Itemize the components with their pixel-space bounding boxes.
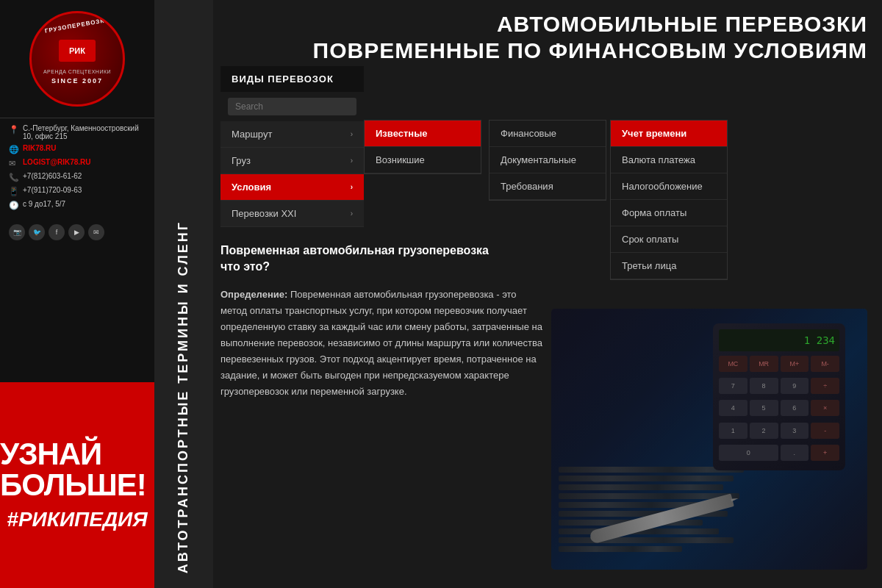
content-body: Определение: Повременная автомобильная г… [220,287,544,401]
calc-btn-1: 1 [719,423,747,439]
logo-brand: РИК [69,46,85,55]
calc-btn-dot: . [781,445,809,461]
dropdown-item-valyuta[interactable]: Валюта платежа [611,147,727,173]
nav-arrow-marshrut: › [351,130,353,138]
search-input[interactable] [228,98,356,115]
calc-visual: 1 234 MC MR M+ M- 7 8 9 ÷ 4 5 6 × 1 2 3 … [551,309,867,570]
calc-btn-9: 9 [781,378,809,394]
mail-social-icon[interactable]: ✉ [88,224,104,240]
calc-btn-add: + [811,445,839,461]
header-title: АВТОМОБИЛЬНЫЕ ПЕРЕВОЗКИ ПОВРЕМЕННЫЕ ПО Ф… [313,11,867,64]
nav-arrow-usloviya: › [351,183,353,191]
dropdown-label-voznikshe: Возникшие [376,154,425,165]
content-heading: Повременная автомобильная грузоперевозка… [220,243,544,276]
dropdown-item-voznikshe[interactable]: Возникшие [365,147,481,173]
dropdown-label-srok: Срок оплаты [622,234,678,245]
dropdown-label-tretyi: Третьи лица [622,260,676,271]
vertical-text-column: АВТОТРАНСПОРТНЫЕ ТЕРМИНЫ И СЛЕНГ [154,0,213,588]
dropdown-item-tretyi[interactable]: Третьи лица [611,253,727,279]
dropdown-item-nalogooblozhenie[interactable]: Налогообложение [611,173,727,200]
contact-website-row[interactable]: 🌐 RIK78.RU [9,144,146,154]
title-line2: ПОВРЕМЕННЫЕ ПО ФИНАНСОВЫМ УСЛОВИЯМ [313,38,867,62]
paper-line-2 [559,476,734,481]
calc-btn-7: 7 [719,378,747,394]
calculator-body: 1 234 MC MR M+ M- 7 8 9 ÷ 4 5 6 × 1 2 3 … [713,323,845,470]
main-content: АВТОМОБИЛЬНЫЕ ПЕРЕВОЗКИ ПОВРЕМЕННЫЕ ПО Ф… [213,0,882,588]
contact-address-row: 📍 С.-Петербург, Каменноостровский 10, оф… [9,124,146,140]
vertical-label-1: АВТОТРАНСПОРТНЫЕ ТЕРМИНЫ И СЛЕНГ [176,220,192,573]
paper-line-9 [559,537,734,543]
instagram-icon[interactable]: 📷 [9,224,25,240]
nav-arrow-gruz: › [351,157,353,165]
calc-btn-mminus: M- [811,356,839,372]
calc-btn-6: 6 [781,400,809,416]
nav-label-gruz: Груз [232,155,251,166]
contact-info: 📍 С.-Петербург, Каменноостровский 10, оф… [0,118,154,220]
calc-btn-mul: × [811,400,839,416]
dropdown-label-dokumentalnye: Документальные [501,154,576,165]
red-banner[interactable]: УЗНАЙ БОЛЬШЕ! #РИКИПЕДИЯ [0,382,154,588]
since-text: SINCE 2007 [51,77,103,85]
logo-center: РИК [59,34,96,68]
definition-prefix: Определение: [220,289,290,300]
nav-item-gruz[interactable]: Груз › [220,148,364,174]
nav-label-marshrut: Маршрут [232,129,272,140]
nav-item-usloviya[interactable]: Условия › [220,174,364,201]
website-link[interactable]: RIK78.RU [23,144,57,152]
dropdown-col-1: Известные Возникшие [364,120,481,174]
calc-btn-4: 4 [719,400,747,416]
contact-phone1-row: 📞 +7(812)603-61-62 [9,172,146,182]
globe-icon: 🌐 [9,145,19,154]
calc-btn-mr: MR [750,356,778,372]
calc-btn-5: 5 [750,400,778,416]
calc-btn-mc: MC [719,356,747,372]
paper-line-3 [559,484,723,490]
paper-line-10 [559,546,682,552]
cta-label: УЗНАЙ БОЛЬШЕ! [0,437,146,502]
logo-area: ГРУЗОПЕРЕВОЗКИ РИК АРЕНДА СПЕЦТЕХНИКИ SI… [0,0,154,118]
calc-btn-div: ÷ [811,378,839,394]
dropdown-label-forma: Форма оплаты [622,207,686,218]
youtube-icon[interactable]: ▶ [68,224,85,240]
dropdown-item-forma[interactable]: Форма оплаты [611,200,727,226]
contact-hours-row: 🕐 с 9 до17, 5/7 [9,200,146,210]
calc-btn-8: 8 [750,378,778,394]
facebook-icon[interactable]: f [49,224,65,240]
dropdown-item-uchet[interactable]: Учет времени [611,121,727,147]
nav-label-perevozki: Перевозки XXI [232,208,296,219]
content-text: Повременная автомобильная грузоперевозка… [220,289,542,398]
dropdown-item-srok[interactable]: Срок оплаты [611,226,727,253]
papers-visual [559,467,764,555]
calc-btn-mplus: M+ [781,356,809,372]
address-text: С.-Петербург, Каменноостровский 10, офис… [23,124,146,140]
twitter-icon[interactable]: 🐦 [29,224,45,240]
dropdown-label-trebovaniya: Требования [501,181,553,192]
dropdown-item-izvestnye[interactable]: Известные [365,121,481,147]
contact-email-row[interactable]: ✉ LOGIST@RIK78.RU [9,158,146,168]
nav-header: ВИДЫ ПЕРЕВОЗОК [220,66,364,92]
logo-circle: ГРУЗОПЕРЕВОЗКИ РИК АРЕНДА СПЕЦТЕХНИКИ SI… [29,11,125,107]
clock-icon: 🕐 [9,201,19,210]
dropdown-label-uchet: Учет времени [622,128,686,139]
calc-btn-sub: - [811,423,839,439]
dropdown-item-dokumentalnye[interactable]: Документальные [490,147,606,173]
phone-icon: 📞 [9,173,19,182]
nav-item-marshrut[interactable]: Маршрут › [220,121,364,148]
phone1-text: +7(812)603-61-62 [23,172,82,180]
dropdown-col-2: Финансовые Документальные Требования [489,120,606,201]
calculator-image: 1 234 MC MR M+ M- 7 8 9 ÷ 4 5 6 × 1 2 3 … [551,309,867,570]
calc-btn-2: 2 [750,423,778,439]
nav-arrow-perevozki: › [351,209,353,218]
dropdown-label-nalogooblozhenie: Налогообложение [622,181,703,192]
hashtag-text: #РИКИПЕДИЯ [7,508,147,531]
page-title: АВТОМОБИЛЬНЫЕ ПЕРЕВОЗКИ ПОВРЕМЕННЫЕ ПО Ф… [313,11,867,64]
nav-item-perevozki[interactable]: Перевозки XXI › [220,201,364,227]
dropdown-item-finansovye[interactable]: Финансовые [490,121,606,147]
hours-text: с 9 до17, 5/7 [23,200,65,208]
calc-btn-3: 3 [781,423,809,439]
nav-label-usloviya: Условия [232,182,271,193]
email-link[interactable]: LOGIST@RIK78.RU [23,158,91,166]
dropdown-item-trebovaniya[interactable]: Требования [490,173,606,200]
logo-bottom-text: АРЕНДА СПЕЦТЕХНИКИ [43,69,111,74]
contact-phone2-row: 📱 +7(911)720-09-63 [9,186,146,196]
